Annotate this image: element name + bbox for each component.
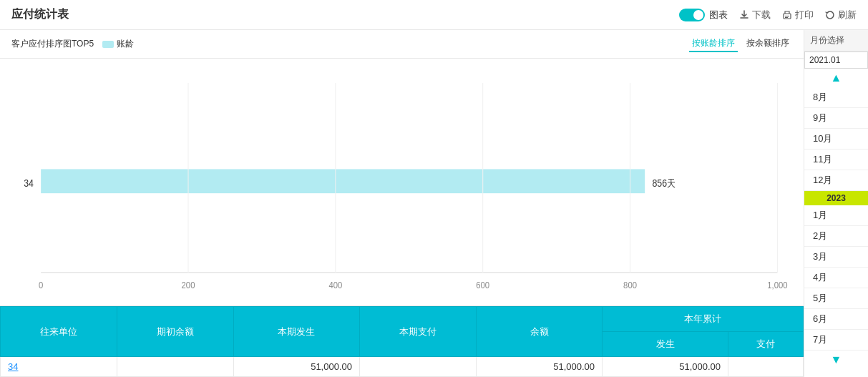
col-header-pay: 本期支付: [360, 307, 477, 357]
sidebar-item-jan[interactable]: 1月: [804, 205, 868, 226]
print-icon: [782, 10, 792, 20]
svg-rect-4: [41, 169, 645, 193]
svg-text:800: 800: [623, 280, 637, 290]
nav-down-arrow[interactable]: ▼: [804, 351, 868, 369]
sidebar-item-feb[interactable]: 2月: [804, 226, 868, 247]
sidebar-header: 月份选择: [804, 30, 868, 52]
legend-color-box: [102, 41, 114, 48]
sidebar-item-may[interactable]: 5月: [804, 288, 868, 309]
svg-text:600: 600: [476, 280, 489, 290]
svg-text:0: 0: [39, 280, 43, 290]
sort-buttons: 按账龄排序 按余额排序: [689, 36, 792, 52]
cell-opening: [117, 357, 233, 377]
sidebar-item-dec[interactable]: 12月: [804, 170, 868, 191]
sort-by-balance-button[interactable]: 按余额排序: [743, 36, 792, 52]
cell-occur: 51,000.00: [233, 357, 359, 377]
year-label: 2023: [804, 191, 868, 205]
date-input[interactable]: [804, 52, 868, 69]
cell-pay: [360, 357, 477, 377]
svg-text:856天: 856天: [652, 177, 676, 189]
svg-text:200: 200: [182, 280, 195, 290]
sidebar-item-sep[interactable]: 9月: [804, 108, 868, 129]
download-button[interactable]: 下载: [739, 9, 771, 21]
sidebar-item-apr[interactable]: 4月: [804, 268, 868, 288]
col-header-occur: 本期发生: [233, 307, 359, 357]
col-header-ytd-occur: 发生: [603, 332, 728, 357]
bar-chart: 34 856天 0 200 400 600 800 1,000: [11, 66, 792, 298]
chart-controls: 客户应付排序图TOP5 账龄 按账龄排序 按余额排序: [0, 30, 804, 59]
col-header-unit: 往来单位: [1, 307, 117, 357]
unit-link[interactable]: 34: [8, 361, 18, 372]
refresh-icon: [825, 10, 835, 20]
page-title: 应付统计表: [11, 7, 69, 22]
col-header-ytd: 本年累计: [603, 307, 804, 332]
svg-text:1,000: 1,000: [767, 280, 787, 290]
data-table-area: 往来单位 期初余额 本期发生 本期支付 余额 本年累计 发生 支付: [0, 305, 804, 377]
svg-rect-1: [785, 16, 789, 16]
sidebar-item-nov[interactable]: 11月: [804, 150, 868, 170]
summary-table: 往来单位 期初余额 本期发生 本期支付 余额 本年累计 发生 支付: [0, 306, 804, 377]
chart-toggle-wrap[interactable]: 图表: [679, 9, 728, 21]
sidebar-item-oct[interactable]: 10月: [804, 129, 868, 150]
chart-wrapper: 34 856天 0 200 400 600 800 1,000: [0, 59, 804, 305]
legend-color-label: 账龄: [117, 38, 134, 50]
sidebar-item-mar[interactable]: 3月: [804, 247, 868, 268]
legend-text: 客户应付排序图TOP5: [11, 38, 94, 50]
svg-rect-2: [785, 17, 788, 18]
cell-ytd-pay: [728, 357, 804, 377]
col-header-balance: 余额: [476, 307, 602, 357]
svg-text:34: 34: [24, 177, 34, 189]
sort-by-age-button[interactable]: 按账龄排序: [689, 36, 738, 52]
chart-legend: 客户应付排序图TOP5 账龄: [11, 38, 134, 50]
cell-ytd-occur: 51,000.00: [603, 357, 728, 377]
sidebar-item-jun[interactable]: 6月: [804, 309, 868, 330]
col-header-opening: 期初余额: [117, 307, 233, 357]
legend-item-age: 账龄: [102, 38, 134, 50]
col-header-ytd-pay: 支付: [728, 332, 804, 357]
month-sidebar: 月份选择 ▲ 8月 9月 10月 11月 12月 2023 1月 2月 3月 4…: [804, 30, 868, 377]
download-icon: [739, 10, 749, 20]
sidebar-item-aug[interactable]: 8月: [804, 87, 868, 108]
sidebar-nav: ▲ 8月 9月 10月 11月 12月 2023 1月 2月 3月 4月 5月 …: [804, 69, 868, 377]
chart-toggle[interactable]: [679, 9, 705, 21]
toggle-label: 图表: [709, 9, 728, 21]
cell-balance: 51,000.00: [476, 357, 602, 377]
refresh-label: 刷新: [838, 9, 857, 21]
sidebar-item-jul[interactable]: 7月: [804, 330, 868, 351]
print-label: 打印: [795, 9, 814, 21]
print-button[interactable]: 打印: [782, 9, 814, 21]
svg-text:400: 400: [328, 280, 342, 290]
header-actions: 图表 下载 打印: [679, 9, 857, 21]
refresh-button[interactable]: 刷新: [825, 9, 857, 21]
cell-unit: 34: [1, 357, 117, 377]
nav-up-arrow[interactable]: ▲: [804, 69, 868, 87]
download-label: 下载: [752, 9, 771, 21]
table-row: 34 51,000.00 51,000.00 51,000.00: [1, 357, 804, 377]
